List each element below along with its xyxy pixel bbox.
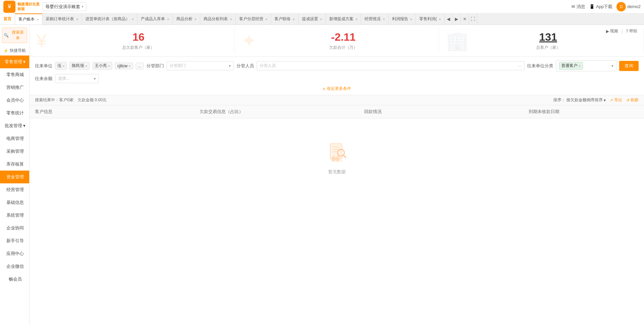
- tab-product-analysis-list[interactable]: 商品分析列表 ×: [200, 13, 235, 25]
- close-icon[interactable]: ×: [439, 17, 441, 21]
- sidebar-item-retail-stats[interactable]: 零售统计: [0, 107, 29, 119]
- tab-bar: 首页 客户账本 × 采购订单统计表 × 进货单统计表（按商品） × 产成品入库单…: [0, 13, 644, 25]
- tab-inbound-stats[interactable]: 进货单统计表（按商品） ×: [82, 13, 137, 25]
- sidebar-item-system-mgmt[interactable]: 系统管理: [0, 209, 29, 222]
- sidebar-item-app-center[interactable]: 应用中心: [0, 247, 29, 260]
- collapse-btn[interactable]: ∧ 收起更多条件: [35, 86, 639, 92]
- query-btn[interactable]: 查询: [619, 61, 639, 71]
- tab-promo-settings[interactable]: 提成设置 ×: [299, 13, 326, 25]
- tab-customer-segments[interactable]: 客户分层经营 ×: [236, 13, 271, 25]
- remove-wangxl-btn[interactable]: ×: [108, 64, 110, 68]
- tab-customer-contact[interactable]: 客户联络 ×: [271, 13, 298, 25]
- logo-icon: ¥: [3, 1, 15, 13]
- col-header-debt: 欠款交易信息（占比）: [200, 109, 364, 115]
- tab-profit-report[interactable]: 利润报告 ×: [389, 13, 416, 25]
- close-icon[interactable]: ×: [76, 17, 78, 21]
- tab-product-analysis[interactable]: 商品分析 ×: [173, 13, 200, 25]
- close-icon[interactable]: ×: [132, 17, 134, 21]
- sidebar-item-inventory-check[interactable]: 库存核算: [0, 158, 29, 171]
- tab-scroll-left-btn[interactable]: ◀: [445, 13, 453, 25]
- collapse-arrow-icon: ∧: [323, 86, 326, 91]
- tab-close-all-btn[interactable]: ✕: [461, 13, 469, 25]
- main-layout: 🔍 搜索菜单 ⚡ 快捷导航 零售管理 ▾ 零售商城 营销推广 会员中心 零售统计…: [0, 25, 644, 325]
- close-icon[interactable]: ×: [195, 17, 197, 21]
- close-icon[interactable]: ×: [37, 17, 39, 22]
- tab-expand-btn[interactable]: ⛶: [469, 13, 477, 25]
- sidebar-item-new-user-guide[interactable]: 新手引导: [0, 234, 29, 247]
- top-right-actions: ✉ 消息 📱 App下载 D demo2: [571, 2, 641, 11]
- sidebar-item-enterprise-wechat[interactable]: 企业微信: [0, 260, 29, 273]
- tab-purchase-order-stats[interactable]: 采购订单统计表 ×: [42, 13, 82, 25]
- balance-select[interactable]: 选择... ▾: [55, 74, 99, 83]
- filter-more-btn[interactable]: ...: [136, 63, 144, 69]
- close-icon[interactable]: ×: [355, 17, 357, 21]
- col-header-customer: 客户信息: [35, 109, 200, 115]
- balance-arrow-icon: ▾: [94, 76, 96, 81]
- lightning-icon: ⚡: [3, 48, 8, 53]
- debt-amount: 欠款金额 0.00元: [78, 97, 107, 103]
- person-placeholder: 分管人员: [260, 63, 276, 69]
- col-header-repay: 回款情况: [364, 109, 529, 115]
- remove-category-btn[interactable]: ×: [578, 64, 581, 68]
- unit-category-label: 往来单位分类: [527, 63, 553, 69]
- dept-filter-select[interactable]: 分管部门 ▾: [167, 61, 234, 70]
- close-icon[interactable]: ×: [230, 17, 232, 21]
- tab-home[interactable]: 首页: [0, 13, 15, 25]
- sidebar-item-finance-mgmt[interactable]: 资金管理: [0, 171, 29, 183]
- total-customers-value: 16: [133, 31, 145, 43]
- close-icon[interactable]: ×: [293, 17, 295, 21]
- tab-product-inbound[interactable]: 产成品入库单 ×: [137, 13, 173, 25]
- sidebar-item-purchase-mgmt[interactable]: 采购管理: [0, 145, 29, 158]
- remove-chenmq-btn[interactable]: ×: [85, 64, 87, 68]
- sort-select[interactable]: 排序： 按欠款金额倒序排序 ▾: [553, 97, 606, 103]
- filter-tag-chenmq: 陈民强 ×: [70, 62, 89, 70]
- tab-add-promo-plan[interactable]: 新增提成方案 ×: [326, 13, 361, 25]
- debt-total-value: -2.11: [331, 31, 356, 43]
- close-icon[interactable]: ×: [320, 17, 322, 21]
- export-btn[interactable]: ↗ 导出: [610, 97, 622, 103]
- empty-state: 暂无数据: [30, 118, 644, 195]
- dept-arrow-icon: ▾: [229, 64, 231, 68]
- remove-wu-btn[interactable]: ×: [62, 64, 65, 68]
- user-avatar[interactable]: D demo2: [616, 2, 641, 11]
- sidebar-item-vip-member[interactable]: 畅会员: [0, 273, 29, 286]
- filter-tag-cjttcw: cjttcw ×: [115, 63, 133, 69]
- close-icon[interactable]: ×: [167, 17, 169, 21]
- unit-category-select[interactable]: 普通客户 × ▾: [556, 60, 616, 71]
- svg-point-8: [336, 156, 340, 161]
- sidebar-item-retail-mall[interactable]: 零售商城: [0, 68, 29, 81]
- store-selector[interactable]: 母婴行业演示账套 ▾: [42, 2, 86, 11]
- close-icon[interactable]: ×: [410, 17, 412, 21]
- sidebar-item-enterprise-collab[interactable]: 企业协同: [0, 222, 29, 234]
- svg-rect-1: [330, 144, 342, 159]
- store-name: 母婴行业演示账套: [45, 4, 80, 10]
- search-menu-btn[interactable]: 🔍 搜索菜单: [2, 28, 27, 43]
- quick-nav-btn[interactable]: ⚡ 快捷导航: [0, 46, 29, 56]
- stat-debt-total: ✦ -2.11 欠款合计（万）: [234, 28, 439, 53]
- tab-retail-profit[interactable]: 零售利润( ×: [416, 13, 444, 25]
- sidebar-item-retail-mgmt[interactable]: 零售管理 ▾: [0, 56, 29, 68]
- sidebar: 🔍 搜索菜单 ⚡ 快捷导航 零售管理 ▾ 零售商城 营销推广 会员中心 零售统计…: [0, 25, 30, 325]
- stats-right-actions: ▶ 视频 | ? 帮助: [606, 28, 637, 34]
- app-download-btn[interactable]: 📱 App下载: [589, 4, 612, 10]
- close-icon[interactable]: ×: [383, 17, 385, 21]
- sidebar-item-member-center[interactable]: 会员中心: [0, 94, 29, 107]
- svg-line-6: [343, 155, 346, 157]
- remove-cjttcw-btn[interactable]: ×: [128, 64, 130, 68]
- video-btn[interactable]: ▶ 视频: [606, 28, 618, 34]
- tab-operations[interactable]: 经营情况 ×: [361, 13, 388, 25]
- sidebar-item-marketing[interactable]: 营销推广: [0, 81, 29, 94]
- refresh-btn[interactable]: ↺ 刷新: [626, 97, 639, 103]
- help-btn[interactable]: ? 帮助: [626, 28, 637, 34]
- sidebar-item-operations-mgmt[interactable]: 经营管理: [0, 183, 29, 196]
- sidebar-item-ecommerce-mgmt[interactable]: 电商管理: [0, 132, 29, 145]
- dept-filter-label: 分管部门: [146, 63, 164, 69]
- tab-scroll-right-btn[interactable]: ▶: [453, 13, 461, 25]
- sidebar-item-wholesale-mgmt[interactable]: 批发管理 ▾: [0, 119, 29, 132]
- close-icon[interactable]: ×: [265, 17, 267, 21]
- sidebar-item-basic-info[interactable]: 基础信息: [0, 196, 29, 209]
- message-icon: ✉: [571, 4, 575, 9]
- message-btn[interactable]: ✉ 消息: [571, 4, 585, 10]
- person-filter-select[interactable]: 分管人员 ···: [257, 61, 524, 70]
- tab-accounts-receivable[interactable]: 客户账本 ×: [15, 13, 42, 25]
